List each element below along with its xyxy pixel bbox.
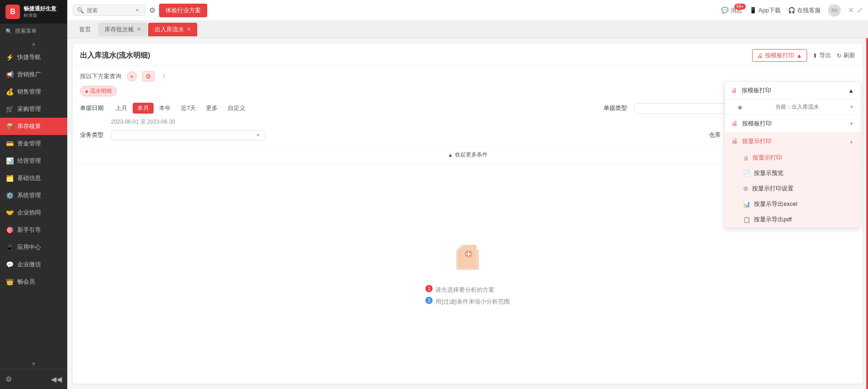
template-print-btn[interactable]: 🖨 按模板打印 ▲ (752, 49, 807, 62)
avatar: Rit (828, 4, 841, 17)
tabbar: 首页库存批次账✕出入库流水✕ (67, 21, 868, 38)
scroll-down-arrow[interactable]: ▼ (0, 359, 67, 369)
section-chevron-template-print: ▼ (849, 121, 854, 126)
tab-home[interactable]: 首页 (73, 23, 97, 36)
sidebar-item-wechat[interactable]: 💬企业微信 (0, 256, 67, 273)
sidebar-item-marketing[interactable]: 📢营销推广 (0, 66, 67, 83)
dropdown-item-display-export-pdf[interactable]: 📋 按显示导出pdf (725, 212, 860, 227)
empty-tips: 1 请先选择要分析的方案 2 用[过滤]条件来缩小分析范围 (425, 284, 509, 308)
dropdown-item-display-print-settings[interactable]: ⚙ 按显示打印设置 (725, 181, 860, 196)
sidebar-item-inventory[interactable]: 📦库存核算 (0, 118, 67, 135)
section-header-template-print[interactable]: 🖨 按模板打印 ▼ (725, 115, 860, 132)
tab-label-batch-account: 库存批次账 (105, 25, 134, 34)
topbar-search-input[interactable] (87, 7, 132, 14)
tip-text-1: 请先选择要分析的方案 (435, 284, 494, 296)
sidebar-bottom: ⚙ ◀◀ (0, 369, 67, 389)
date-option-custom[interactable]: 自定义 (223, 103, 250, 114)
collapse-filter-btn[interactable]: 《 (160, 73, 165, 80)
enterprise-label: 企业协同 (17, 209, 41, 217)
logo-text: 畅捷通好生意 标准版 (24, 5, 56, 19)
close-btn[interactable]: ✕ (848, 6, 854, 15)
main-content: 🔍 ▼ ⚙ 体验行业方案 💬 消息 99+ 📱 App下载 🎧 在线客服 (67, 0, 868, 389)
sidebar-item-member[interactable]: 👑畅会员 (0, 273, 67, 290)
export-btn[interactable]: ⬆ 导出 (813, 51, 831, 60)
topbar-gear-icon[interactable]: ⚙ (149, 6, 155, 15)
display-print-settings-icon: ⚙ (743, 185, 748, 192)
section-header-display-print[interactable]: 🖨 按显示打印 ▲ (725, 133, 860, 150)
online-service-btn[interactable]: 🎧 在线客服 (788, 6, 821, 15)
tab-batch-account[interactable]: 库存批次账✕ (98, 23, 147, 36)
scroll-up-arrow[interactable]: ▲ (0, 39, 67, 49)
sidebar-item-app-center[interactable]: 📱应用中心 (0, 239, 67, 256)
date-option-last-7-days[interactable]: 近7天 (176, 103, 200, 114)
tip-num-2: 2 (425, 297, 433, 304)
sidebar-item-finance[interactable]: 💳资金管理 (0, 135, 67, 152)
settings-icon[interactable]: ⚙ (5, 375, 12, 384)
page-title: 出入库流水(流水明细) (80, 51, 150, 60)
app-download-btn[interactable]: 📱 App下载 (749, 6, 781, 15)
sidebar-item-quick-nav[interactable]: ⚡快捷导航 (0, 49, 67, 66)
sidebar-item-enterprise[interactable]: 🤝企业协同 (0, 204, 67, 221)
dropdown-item-display-export-excel[interactable]: 📊 按显示导出excel (725, 196, 860, 212)
sidebar-item-operation[interactable]: 📊经营管理 (0, 152, 67, 170)
page-header: 出入库流水(流水明细) 🖨 按模板打印 ▲ ⬆ 导出 ↻ 刷新 (73, 44, 863, 66)
date-option-last-month[interactable]: 上月 (111, 103, 132, 114)
sidebar-item-purchase[interactable]: 🛒采购管理 (0, 100, 67, 118)
date-option-more[interactable]: 更多 (201, 103, 222, 114)
active-filter-label: 流水明细 (90, 87, 112, 95)
tip-2: 2 用[过滤]条件来缩小分析范围 (425, 296, 509, 308)
add-filter-btn[interactable]: + (127, 71, 137, 81)
collapse-icon[interactable]: ◀◀ (51, 375, 62, 384)
doc-type-label: 单据类型 (604, 104, 627, 112)
business-type-select[interactable]: ▼ (111, 130, 265, 140)
operation-icon: 📊 (5, 157, 14, 165)
chevron-up-icon: ▲ (848, 87, 854, 94)
template-print-label: 按模板打印 (765, 51, 794, 60)
date-label: 单据日期 (80, 104, 104, 112)
resize-handle[interactable] (866, 38, 868, 389)
purchase-icon: 🛒 (5, 105, 14, 113)
trial-btn[interactable]: 体验行业方案 (159, 4, 207, 17)
sidebar-search[interactable]: 🔍 搜索菜单 (0, 24, 67, 39)
page-header-actions: 🖨 按模板打印 ▲ ⬆ 导出 ↻ 刷新 (752, 49, 855, 62)
sidebar-item-system[interactable]: ⚙️系统管理 (0, 187, 67, 204)
display-print-item-icon: 🖨 (743, 155, 749, 161)
current-label-row: ◉ 当前：出入库流水 ▼ (725, 100, 860, 115)
active-filter-badge[interactable]: ● 流水明细 (80, 86, 117, 96)
date-option-label-last-7-days: 近7天 (181, 104, 196, 112)
refresh-btn[interactable]: ↻ 刷新 (837, 51, 855, 60)
purchase-label: 采购管理 (17, 105, 41, 113)
refresh-icon: ↻ (837, 52, 842, 59)
sidebar-nav: ⚡快捷导航📢营销推广💰销售管理🛒采购管理📦库存核算💳资金管理📊经营管理🗂️基础信… (0, 49, 67, 359)
date-option-this-year[interactable]: 本年 (155, 103, 175, 114)
date-option-label-more: 更多 (206, 104, 218, 112)
sidebar: B 畅捷通好生意 标准版 🔍 搜索菜单 ▲ ⚡快捷导航📢营销推广💰销售管理🛒采购… (0, 0, 67, 389)
date-option-label-this-year: 本年 (159, 104, 171, 112)
filter-settings-btn[interactable]: ⚙ (142, 71, 155, 81)
online-service-label: 在线客服 (797, 6, 821, 15)
topbar-search-box[interactable]: 🔍 ▼ (73, 5, 145, 16)
maximize-btn[interactable]: ⤢ (857, 6, 863, 15)
marketing-icon: 📢 (5, 71, 14, 78)
sidebar-item-basic[interactable]: 🗂️基础信息 (0, 170, 67, 187)
member-label: 畅会员 (17, 278, 35, 286)
section-icon-display-print: 🖨 按显示打印 (731, 137, 772, 145)
sidebar-item-guide[interactable]: 🎯新手引导 (0, 221, 67, 239)
tab-close-batch-account[interactable]: ✕ (137, 26, 141, 32)
dropdown-scrollable: 🖨 按模板打印 ▲ ◉ 当前：出入库流水 ▼ 🖨 按模板打印 ▼ 🖨 按显示打印… (725, 82, 860, 227)
date-option-this-month[interactable]: 本月 (133, 103, 154, 114)
topbar-right: 💬 消息 99+ 📱 App下载 🎧 在线客服 Rit ✕ ⤢ (721, 4, 863, 17)
basic-icon: 🗂️ (5, 175, 14, 182)
inventory-icon: 📦 (5, 123, 14, 130)
sidebar-item-sales[interactable]: 💰销售管理 (0, 83, 67, 100)
user-menu[interactable]: Rit (828, 4, 841, 17)
tab-close-inventory-flow[interactable]: ✕ (187, 26, 191, 32)
dropdown-header[interactable]: 🖨 按模板打印 ▲ (725, 82, 860, 100)
dropdown-item-display-print-item[interactable]: 🖨 按显示打印 (725, 150, 860, 165)
dropdown-item-display-preview[interactable]: 📄 按显示预览 (725, 165, 860, 181)
tab-label-inventory-flow: 出入库流水 (155, 25, 184, 34)
messages-btn[interactable]: 💬 消息 99+ (721, 6, 742, 15)
tab-inventory-flow[interactable]: 出入库流水✕ (148, 23, 197, 36)
app-edition: 标准版 (24, 12, 56, 18)
date-options: 上月本月本年近7天更多自定义 (111, 103, 250, 114)
